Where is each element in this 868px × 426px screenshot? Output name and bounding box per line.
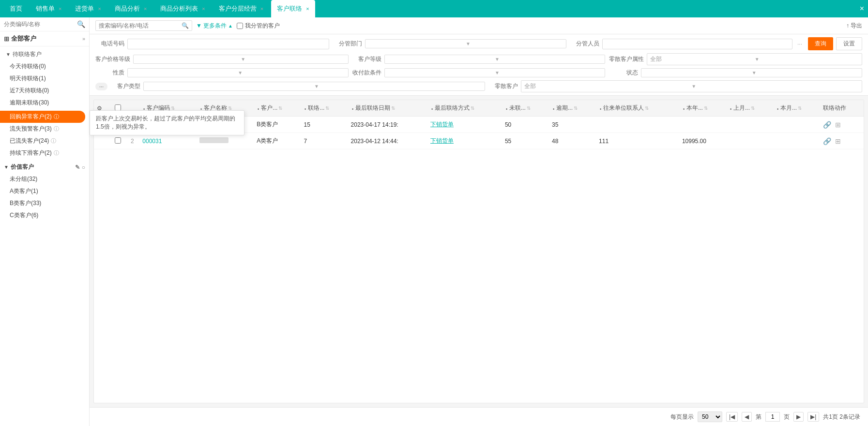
my-customers-filter: 我分管的客户 xyxy=(237,22,280,30)
sidebar-search-input[interactable] xyxy=(4,21,77,28)
tab-analysis-list[interactable]: 商品分析列表 × xyxy=(154,0,211,17)
adv-select-payment[interactable]: ▼ xyxy=(384,68,606,77)
adv-select-customer-type[interactable]: ▼ xyxy=(143,82,485,91)
tab-purchase-close[interactable]: × xyxy=(98,6,101,12)
value-group-add-icon[interactable]: ○ xyxy=(82,164,85,171)
row2-uncontacted: 55 xyxy=(502,133,549,149)
adv-field-customer-type: 客户类型 ▼ xyxy=(111,82,485,91)
adv-label-customer-level: 客户等级 xyxy=(352,55,381,63)
page-number-input[interactable] xyxy=(765,412,780,422)
adv-manager-dots[interactable]: ··· xyxy=(795,41,804,47)
adv-select-retail-attr[interactable]: 全部 ▼ xyxy=(647,53,862,65)
tab-customer-contact[interactable]: 客户联络 × xyxy=(271,0,315,17)
filter-more-arrow: ▲ xyxy=(228,23,233,29)
adv-input-phone[interactable] xyxy=(127,39,329,49)
query-button[interactable]: 查询 xyxy=(808,37,833,50)
adv-select-status-arrow: ▼ xyxy=(752,70,859,75)
tab-purchase[interactable]: 进货单 × xyxy=(69,0,107,17)
sidebar-item-overdue[interactable]: 逾期未联络(30) xyxy=(0,97,89,109)
value-group-edit-icon[interactable]: ✎ xyxy=(75,164,80,171)
first-page-button[interactable]: |◀ xyxy=(726,412,738,422)
adv-select-dept[interactable]: ▼ xyxy=(365,39,567,48)
row2-this-month xyxy=(773,133,820,149)
sidebar-item-tomorrow[interactable]: 明天待联络(1) xyxy=(0,73,89,85)
tab-sales-close[interactable]: × xyxy=(59,6,61,12)
tab-analysis[interactable]: 商品分析 × xyxy=(109,0,152,17)
col-action: 联络动作 xyxy=(820,100,864,117)
tab-customer-tier-close[interactable]: × xyxy=(260,6,263,12)
adv-select-nature[interactable]: ▼ xyxy=(127,68,349,77)
sidebar-item-class-b[interactable]: B类客户(33) xyxy=(0,197,89,209)
row1-type: B类客户 xyxy=(254,117,301,133)
my-customers-checkbox[interactable] xyxy=(237,23,243,29)
collapse-arrow-icon: » xyxy=(82,36,85,42)
tab-home-label: 首页 xyxy=(10,4,22,13)
value-arrow-icon: ▼ xyxy=(4,164,9,170)
sidebar-item-today[interactable]: 今天待联络(0) xyxy=(0,60,89,73)
filter-search-box: 🔍 xyxy=(95,20,192,31)
my-customers-label: 我分管的客户 xyxy=(245,22,280,30)
sidebar-item-churn-warning[interactable]: 流失预警客户(3) ⓘ xyxy=(0,123,89,135)
tab-analysis-list-close[interactable]: × xyxy=(202,6,205,12)
tab-sales[interactable]: 销售单 × xyxy=(30,0,67,17)
value-group-title[interactable]: ▼ 价值客户 ✎ ○ xyxy=(0,161,89,173)
all-customers-label: 全部客户 xyxy=(11,34,36,43)
export-button[interactable]: ↑ 导出 xyxy=(846,22,862,30)
row2-last-way[interactable]: 下销货单 xyxy=(427,133,502,149)
pagination-bar: 每页显示 50 20 100 |◀ ◀ 第 页 ▶ ▶| 共1页 2条记录 xyxy=(90,407,868,426)
col-last-contact-way: ⬩最后联络方式⇅ xyxy=(427,100,502,117)
last-page-button[interactable]: ▶| xyxy=(807,412,819,422)
pending-group-title[interactable]: ▼ 待联络客户 xyxy=(0,48,89,60)
sidebar-item-churned[interactable]: 已流失客户(24) ⓘ xyxy=(0,135,89,147)
filter-search-icon[interactable]: 🔍 xyxy=(182,22,189,29)
adv-input-manager[interactable] xyxy=(602,39,792,49)
adv-dots-tag: ··· xyxy=(95,83,107,90)
sidebar-item-class-c[interactable]: C类客户(6) xyxy=(0,209,89,221)
sidebar-search-icon[interactable]: 🔍 xyxy=(77,20,85,28)
filter-more-button[interactable]: ▼ 更多条件 ▲ xyxy=(196,22,233,30)
value-group: ▼ 价值客户 ✎ ○ 未分组(32) A类客户(1) B类客户(33) C类客户… xyxy=(0,159,89,223)
all-customers-title[interactable]: ⊞ 全部客户 » xyxy=(0,31,89,46)
export-icon: ↑ xyxy=(846,22,849,29)
close-all-button[interactable]: × xyxy=(860,4,864,13)
pending-group-label: 待联络客户 xyxy=(13,50,42,59)
tab-analysis-list-label: 商品分析列表 xyxy=(160,4,198,13)
col-contact: ⬩联络...⇅ xyxy=(301,100,348,117)
row1-this-month xyxy=(773,117,820,133)
filter-search-input[interactable] xyxy=(99,22,182,29)
set-button[interactable]: 设置 xyxy=(836,37,862,50)
adv-select-status[interactable]: ▼ xyxy=(641,68,862,77)
adv-select-retail-customer[interactable]: 全部 ▼ xyxy=(521,80,862,92)
content-area: 🔍 ▼ 更多条件 ▲ 我分管的客户 ↑ 导出 电话号码 xyxy=(90,17,868,426)
tab-home[interactable]: 首页 xyxy=(4,0,28,17)
per-page-select[interactable]: 50 20 100 xyxy=(698,411,722,422)
prev-page-button[interactable]: ◀ xyxy=(742,412,752,422)
next-page-button[interactable]: ▶ xyxy=(793,412,804,422)
sidebar-item-7days[interactable]: 近7天待联络(0) xyxy=(0,85,89,97)
filter-icon: ▼ xyxy=(196,22,202,29)
select-all-checkbox[interactable] xyxy=(115,104,121,111)
sidebar-item-declining[interactable]: 持续下滑客户(2) ⓘ xyxy=(0,147,89,159)
row2-action-link-icon[interactable]: 🔗 xyxy=(823,137,831,145)
adv-select-customer-level[interactable]: ▼ xyxy=(384,55,606,64)
tab-analysis-label: 商品分析 xyxy=(115,4,140,13)
total-label: 共1页 2条记录 xyxy=(823,413,860,421)
sidebar-item-class-a[interactable]: A类客户(1) xyxy=(0,185,89,197)
tab-analysis-close[interactable]: × xyxy=(144,6,147,12)
adv-row-1: 电话号码 分管部门 ▼ 分管人员 ··· 查询 设置 xyxy=(95,37,862,50)
tab-customer-contact-close[interactable]: × xyxy=(306,6,309,12)
value-group-label: 价值客户 xyxy=(11,163,34,171)
tab-customer-tier[interactable]: 客户分层经营 × xyxy=(213,0,269,17)
adv-row-2: 客户价格等级 ▼ 客户等级 ▼ 零散客户属性 全部 xyxy=(95,53,862,65)
row1-last-way[interactable]: 下销货单 xyxy=(427,117,502,133)
adv-select-price-level[interactable]: ▼ xyxy=(133,55,349,64)
sidebar-item-repurchase-abnormal[interactable]: 回购异常客户(2) ⓘ xyxy=(0,111,85,123)
sidebar-item-ungraded[interactable]: 未分组(32) xyxy=(0,173,89,185)
row1-action-link-icon[interactable]: 🔗 xyxy=(823,121,831,129)
row2-action-grid-icon[interactable]: ⊞ xyxy=(835,137,841,145)
pending-arrow-icon: ▼ xyxy=(6,52,11,57)
col-overdue: ⬩逾期...⇅ xyxy=(549,100,596,117)
row1-action-grid-icon[interactable]: ⊞ xyxy=(835,121,841,129)
adv-label-retail-customer: 零散客户 xyxy=(489,82,518,90)
col-this-month: ⬩本月...⇅ xyxy=(773,100,820,117)
